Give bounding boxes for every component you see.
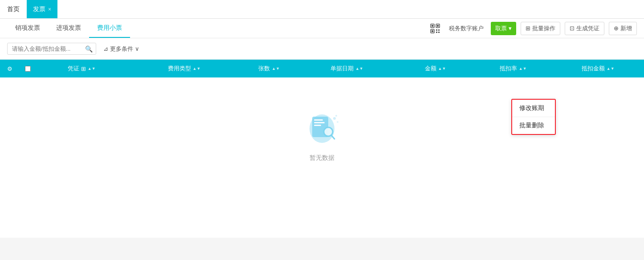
gen-voucher-icon: ⊡	[570, 25, 575, 32]
checkbox-column[interactable]	[20, 60, 36, 77]
modify-period-item[interactable]: 修改账期	[512, 100, 555, 117]
svg-rect-3	[437, 25, 439, 27]
date-sort-icon[interactable]: ▲▼	[355, 67, 363, 71]
close-tab-icon[interactable]: ×	[48, 6, 51, 12]
add-new-button[interactable]: ⊕ 新增	[609, 22, 637, 35]
filter-icon: ⊿	[103, 45, 108, 52]
main-content: ⚙ 凭证 ⊞ ▲▼ 费用类型 ▲▼ 张数 ▲▼ 单据日期 ▲▼ 金额 ▲▼ 抵扣…	[0, 60, 644, 238]
svg-rect-12	[314, 119, 323, 121]
more-conditions-button[interactable]: ⊿ 更多条件 ∨	[103, 45, 139, 53]
chevron-down-icon: ∨	[135, 45, 139, 52]
svg-rect-14	[314, 125, 321, 126]
svg-point-18	[337, 121, 338, 123]
settings-column[interactable]: ⚙	[0, 60, 20, 77]
gen-voucher-button[interactable]: ⊡ 生成凭证	[565, 22, 604, 35]
active-tab[interactable]: 发票 ×	[27, 0, 57, 18]
tax-account-button[interactable]: 税务数字账户	[446, 24, 486, 32]
settings-icon: ⚙	[7, 65, 12, 72]
deduct-rate-sort-icon[interactable]: ▲▼	[519, 67, 527, 71]
deduct-rate-column: 抵扣率 ▲▼	[474, 60, 552, 77]
sheets-column: 张数 ▲▼	[241, 60, 298, 77]
tab-sales-invoice[interactable]: 销项发票	[7, 19, 48, 38]
svg-rect-8	[436, 32, 437, 33]
active-tab-label: 发票	[33, 5, 45, 13]
voucher-extra-icon: ⊞	[81, 65, 86, 72]
search-input[interactable]	[7, 43, 96, 55]
amount-sort-icon[interactable]: ▲▼	[438, 67, 446, 71]
tab-expense-receipt[interactable]: 费用小票	[89, 19, 130, 38]
date-column: 单据日期 ▲▼	[298, 60, 396, 77]
svg-rect-13	[314, 122, 325, 123]
add-new-icon: ⊕	[614, 25, 619, 32]
svg-rect-5	[432, 30, 433, 32]
svg-rect-9	[438, 32, 440, 33]
batch-ops-button[interactable]: ⊞ 批量操作	[521, 22, 560, 35]
sub-tabs-bar: 销项发票 进项发票 费用小票 税务数字账户 取票	[0, 19, 644, 38]
search-input-wrap: 🔍	[7, 43, 96, 55]
deduct-amount-sort-icon[interactable]: ▲▼	[607, 67, 615, 71]
home-nav-item[interactable]: 首页	[0, 0, 27, 18]
sub-tabs-left: 销项发票 进项发票 费用小票	[7, 19, 130, 38]
sub-tabs-right: 税务数字账户 取票 ▾ ⊞ 批量操作 ⊡ 生成凭证 ⊕ 新增	[428, 22, 637, 35]
batch-ops-icon: ⊞	[526, 25, 530, 32]
svg-rect-7	[438, 29, 440, 31]
svg-point-17	[333, 117, 336, 120]
filter-row: 🔍 ⊿ 更多条件 ∨	[0, 38, 644, 60]
svg-rect-6	[436, 29, 437, 31]
top-nav: 首页 发票 ×	[0, 0, 644, 19]
amount-column: 金额 ▲▼	[396, 60, 474, 77]
expense-type-column: 费用类型 ▲▼	[127, 60, 240, 77]
expense-type-sort-icon[interactable]: ▲▼	[193, 67, 201, 71]
table-header: ⚙ 凭证 ⊞ ▲▼ 费用类型 ▲▼ 张数 ▲▼ 单据日期 ▲▼ 金额 ▲▼ 抵扣…	[0, 60, 644, 77]
deduct-amount-column: 抵扣金额 ▲▼	[552, 60, 644, 77]
voucher-sort-icon[interactable]: ▲▼	[88, 67, 96, 71]
svg-rect-1	[432, 25, 433, 27]
voucher-column: 凭证 ⊞ ▲▼	[36, 60, 127, 77]
select-all-checkbox[interactable]	[25, 66, 31, 72]
empty-state-text: 暂无数据	[310, 154, 334, 162]
batch-delete-item[interactable]: 批量删除	[512, 117, 555, 134]
dropdown-arrow-icon: ▾	[509, 25, 512, 32]
svg-point-19	[335, 115, 337, 117]
get-ticket-button[interactable]: 取票 ▾	[491, 22, 516, 35]
sheets-sort-icon[interactable]: ▲▼	[272, 67, 280, 71]
qr-code-icon[interactable]	[428, 22, 442, 35]
search-icon[interactable]: 🔍	[85, 45, 93, 53]
batch-ops-dropdown: 修改账期 批量删除	[511, 99, 556, 135]
tab-purchase-invoice[interactable]: 进项发票	[48, 19, 89, 38]
